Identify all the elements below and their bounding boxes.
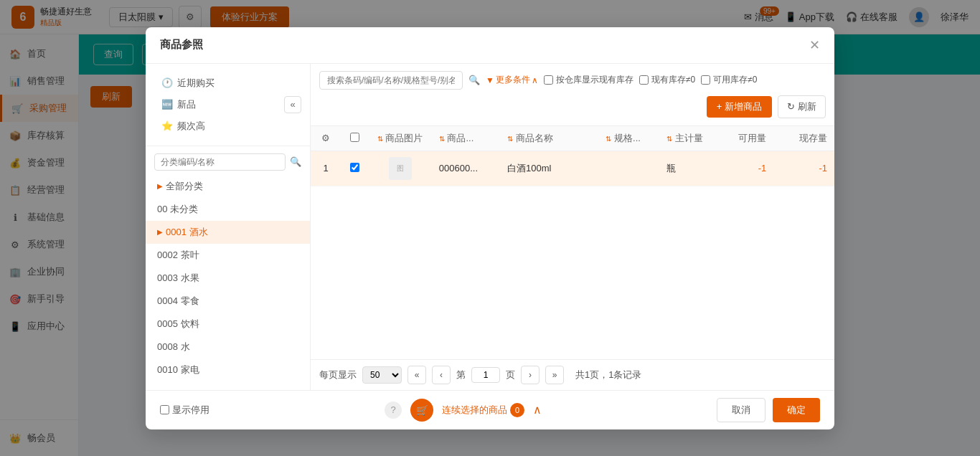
next-page-button[interactable]: › — [521, 366, 540, 384]
category-00-label: 00 未分类 — [157, 203, 198, 216]
cancel-button[interactable]: 取消 — [717, 398, 765, 422]
row-check[interactable] — [341, 151, 368, 186]
th-img: ⇅ 商品图片 — [368, 126, 431, 151]
category-search-input[interactable] — [154, 153, 286, 171]
category-0008[interactable]: 0008 水 — [146, 336, 310, 358]
current-stock-check[interactable] — [639, 75, 649, 85]
th-check — [341, 126, 368, 151]
category-0008-label: 0008 水 — [157, 341, 190, 353]
clock-icon: 🕐 — [161, 77, 173, 88]
row-no: 1 — [311, 151, 341, 186]
category-0002[interactable]: 0002 茶叶 — [146, 244, 310, 267]
category-0004[interactable]: 0004 零食 — [146, 290, 310, 313]
new-product-btn[interactable]: 🆕 新品 — [154, 94, 278, 115]
category-0003-label: 0003 水果 — [157, 272, 199, 285]
show-disabled-label[interactable]: 显示停用 — [160, 404, 209, 417]
per-page-select[interactable]: 50 20 100 — [362, 366, 402, 384]
product-reference-modal: 商品参照 ✕ 🕐 近期购买 — [146, 34, 834, 429]
row-code: 000600... — [432, 151, 500, 186]
chevron-up-icon: ∧ — [532, 75, 538, 85]
avail-stock-check[interactable] — [701, 75, 710, 85]
category-00[interactable]: 00 未分类 — [146, 198, 310, 221]
category-0002-label: 0002 茶叶 — [157, 249, 199, 262]
category-0004-label: 0004 零食 — [157, 295, 199, 308]
selected-count-badge: 0 — [510, 403, 524, 417]
page-number-input[interactable] — [471, 367, 500, 383]
search-icon[interactable]: 🔍 — [290, 156, 301, 167]
footer-right: 取消 确定 — [717, 398, 820, 422]
per-page-label: 每页显示 — [319, 369, 357, 381]
star-icon: ⭐ — [161, 120, 173, 131]
modal-header: 商品参照 ✕ — [146, 34, 834, 64]
confirm-button[interactable]: 确定 — [773, 398, 820, 422]
show-disabled-checkbox[interactable] — [160, 405, 169, 414]
product-search-input[interactable] — [319, 71, 463, 90]
divider — [146, 146, 310, 146]
row-spec — [598, 151, 659, 186]
category-all[interactable]: ▶ 全部分类 — [146, 175, 310, 198]
modal-overlay: 商品参照 ✕ 🕐 近期购买 — [79, 34, 980, 456]
modal-right-panel: 🔍 ▼ 更多条件 ∧ 按仓库显示现有库存 — [311, 64, 834, 390]
th-name: ⇅ 商品名称 — [500, 126, 598, 151]
th-avail: 可用量 — [713, 126, 774, 151]
row-avail: -1 — [713, 151, 774, 186]
main-layout: 🏠 首页 📊 销售管理 🛒 采购管理 📦 库存核算 💰 资金管理 📋 经营管理 … — [0, 34, 980, 456]
search-product-icon[interactable]: 🔍 — [468, 75, 480, 85]
modal-title: 商品参照 — [160, 38, 203, 52]
add-product-button[interactable]: + 新增商品 — [707, 96, 772, 118]
product-image: 图 — [389, 157, 412, 180]
high-freq-btn[interactable]: ⭐ 频次高 — [154, 115, 278, 137]
warehouse-stock-check[interactable] — [544, 75, 553, 85]
active-expand-icon: ▶ — [157, 228, 163, 236]
quick-actions: 🕐 近期购买 🆕 新品 ⭐ 频次高 — [146, 72, 310, 143]
table-header: ⚙ ⇅ 商品图片 ⇅ 商品... — [311, 126, 834, 151]
category-0010[interactable]: 0010 家电 — [146, 358, 310, 381]
select-all-checkbox[interactable] — [350, 133, 359, 142]
quick-actions-list: 🕐 近期购买 🆕 新品 ⭐ 频次高 — [154, 72, 278, 137]
current-stock-checkbox[interactable]: 现有库存≠0 — [639, 74, 695, 86]
warehouse-stock-checkbox[interactable]: 按仓库显示现有库存 — [544, 74, 633, 86]
footer-center: ? 🛒 连续选择的商品 0 ∧ — [218, 399, 708, 422]
modal-footer: 显示停用 ? 🛒 连续选择的商品 0 ∧ — [146, 390, 834, 429]
category-0001[interactable]: ▶ 0001 酒水 — [146, 221, 310, 244]
prev-page-button[interactable]: ‹ — [432, 366, 451, 384]
row-checkbox[interactable] — [350, 163, 359, 172]
filter-icon: ▼ — [486, 75, 494, 85]
filter-bar: 🔍 ▼ 更多条件 ∧ 按仓库显示现有库存 — [311, 64, 834, 126]
category-0003[interactable]: 0003 水果 — [146, 267, 310, 290]
cart-button[interactable]: 🛒 — [410, 399, 433, 422]
last-page-button[interactable]: » — [545, 366, 564, 384]
th-stock: 现存量 — [773, 126, 834, 151]
th-settings: ⚙ — [311, 126, 341, 151]
row-img: 图 — [368, 151, 431, 186]
new-icon: 🆕 — [161, 99, 173, 110]
collapse-footer-button[interactable]: ∧ — [533, 403, 542, 417]
th-unit: ⇅ 主计量 — [659, 126, 713, 151]
modal-close-button[interactable]: ✕ — [809, 37, 820, 53]
table-row[interactable]: 1 图 000600... 白酒100ml 瓶 — [311, 151, 834, 186]
cart-icon: 🛒 — [416, 404, 428, 416]
category-0001-label: 0001 酒水 — [166, 226, 208, 239]
current-stock-label: 现有库存≠0 — [651, 74, 695, 86]
show-disabled-text: 显示停用 — [172, 404, 209, 417]
th-spec: ⇅ 规格... — [598, 126, 659, 151]
pagination-summary: 共1页，1条记录 — [575, 369, 641, 381]
page-label: 第 — [456, 369, 466, 381]
main-content: 查询 设置 刷新 商品参照 ✕ — [79, 34, 980, 456]
warehouse-stock-label: 按仓库显示现有库存 — [556, 74, 633, 86]
collapse-left-button[interactable]: « — [284, 96, 301, 113]
category-0005[interactable]: 0005 饮料 — [146, 313, 310, 336]
refresh-label: 刷新 — [798, 100, 816, 113]
recent-purchase-btn[interactable]: 🕐 近期购买 — [154, 72, 278, 94]
first-page-button[interactable]: « — [407, 366, 426, 384]
avail-stock-checkbox[interactable]: 可用库存≠0 — [701, 74, 757, 86]
help-icon-button[interactable]: ? — [385, 402, 402, 419]
refresh-product-button[interactable]: ↻ 刷新 — [778, 95, 826, 118]
header-row: ⚙ ⇅ 商品图片 ⇅ 商品... — [311, 126, 834, 151]
more-filters-label: 更多条件 — [496, 74, 530, 86]
modal-body: 🕐 近期购买 🆕 新品 ⭐ 频次高 — [146, 64, 834, 390]
row-stock: -1 — [773, 151, 834, 186]
pagination-bar: 每页显示 50 20 100 « ‹ 第 页 › — [311, 359, 834, 390]
product-table: ⚙ ⇅ 商品图片 ⇅ 商品... — [311, 126, 834, 186]
more-filters-button[interactable]: ▼ 更多条件 ∧ — [486, 74, 538, 86]
